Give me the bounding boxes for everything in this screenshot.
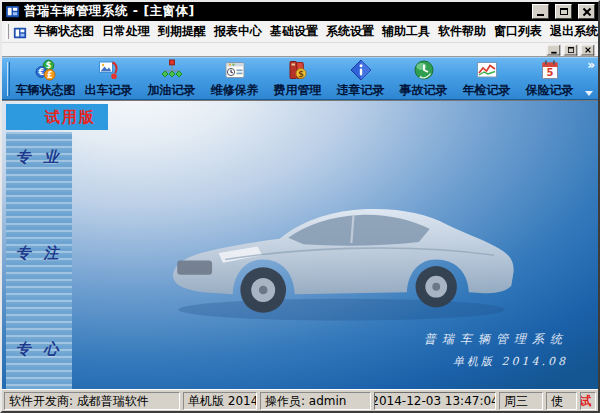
app-window: 普瑞车辆管理系统 - [主窗体] 车辆状态图 日常处理 到期提醒 报表中心 基础… xyxy=(0,0,600,413)
status-weekday: 周三 xyxy=(499,392,543,410)
tool-expense-management[interactable]: $ 费用管理 xyxy=(266,59,329,99)
status-edition: 单机版 2014.08 xyxy=(183,392,257,410)
mdi-restore-button[interactable] xyxy=(564,44,578,55)
status-bar: 软件开发商: 成都普瑞软件 单机版 2014.08 操作员: admin 201… xyxy=(2,389,598,411)
menu-software-help[interactable]: 软件帮助 xyxy=(434,21,490,42)
tool-vehicle-status[interactable]: $€£ 车辆状态图 xyxy=(14,59,77,99)
watermark-text: 普瑞车辆管理系统 单机版 2014.08 xyxy=(424,331,568,369)
tool-accident-record[interactable]: 事故记录 xyxy=(392,59,455,99)
toolbar-overflow-chevron[interactable]: » xyxy=(587,59,595,71)
menu-aux-tools[interactable]: 辅助工具 xyxy=(378,21,434,42)
status-trial: 试 xyxy=(580,392,596,410)
slogan-sidebar: 专 业 专 注 专 心 xyxy=(6,132,72,389)
slogan-focused: 专 注 xyxy=(6,244,72,263)
menu-basic-settings[interactable]: 基础设置 xyxy=(266,21,322,42)
svg-text:5: 5 xyxy=(546,66,553,77)
coins-icon: $€£ xyxy=(35,59,57,81)
menu-window-list[interactable]: 窗口列表 xyxy=(490,21,546,42)
tool-refuel-record[interactable]: 加油记录 xyxy=(140,59,203,99)
menubar-grip[interactable] xyxy=(6,24,9,39)
calendar-icon: 5 xyxy=(539,59,561,81)
mdi-minimize-icon xyxy=(551,51,556,53)
close-icon xyxy=(583,8,591,16)
car-image xyxy=(162,179,532,331)
toolbar: $€£ 车辆状态图 出车记录 加油记录 维修保养 $ 费用管理 违章记录 事故记… xyxy=(2,57,598,100)
close-button[interactable] xyxy=(578,4,595,19)
mdi-restore-icon xyxy=(568,47,574,53)
app-logo-icon xyxy=(5,4,20,19)
menu-report-center[interactable]: 报表中心 xyxy=(210,21,266,42)
tool-label: 违章记录 xyxy=(337,82,385,99)
tool-label: 费用管理 xyxy=(274,82,322,99)
tool-violation-record[interactable]: 违章记录 xyxy=(329,59,392,99)
mdi-close-button[interactable] xyxy=(581,44,595,55)
mdi-minimize-button[interactable] xyxy=(547,44,561,55)
tool-departure-record[interactable]: 出车记录 xyxy=(77,59,140,99)
svg-text:€: € xyxy=(37,67,44,76)
globe-clock-icon xyxy=(413,59,435,81)
minimize-icon xyxy=(537,14,544,16)
tool-label: 车辆状态图 xyxy=(16,82,76,99)
title-bar: 普瑞车辆管理系统 - [主窗体] xyxy=(2,2,598,21)
tool-label: 保险记录 xyxy=(526,82,574,99)
tool-label: 事故记录 xyxy=(400,82,448,99)
info-diamond-icon xyxy=(350,59,372,81)
svg-text:$: $ xyxy=(45,61,51,70)
flowchart-icon xyxy=(161,59,183,81)
status-developer: 软件开发商: 成都普瑞软件 xyxy=(4,392,180,410)
tool-maintenance[interactable]: 维修保养 xyxy=(203,59,266,99)
mdi-close-icon xyxy=(585,47,590,52)
status-operator: 操作员: admin xyxy=(260,392,371,410)
menu-system-settings[interactable]: 系统设置 xyxy=(322,21,378,42)
checklist-clock-icon xyxy=(224,59,246,81)
watermark-line2: 单机版 2014.08 xyxy=(424,354,568,369)
watermark-line1: 普瑞车辆管理系统 xyxy=(424,331,568,348)
window-title: 普瑞车辆管理系统 - [主窗体] xyxy=(24,3,526,20)
tool-label: 加油记录 xyxy=(148,82,196,99)
menu-exit-system[interactable]: 退出系统 xyxy=(546,21,600,42)
tool-inspection-record[interactable]: 年检记录 xyxy=(455,59,518,99)
menu-bar: 车辆状态图 日常处理 到期提醒 报表中心 基础设置 系统设置 辅助工具 软件帮助… xyxy=(2,21,598,43)
tool-label: 维修保养 xyxy=(211,82,259,99)
books-dollar-icon: $ xyxy=(287,59,309,81)
menu-daily-process[interactable]: 日常处理 xyxy=(98,21,154,42)
status-datetime: 2014-12-03 13:47:04 xyxy=(374,392,496,410)
menu-expiry-reminder[interactable]: 到期提醒 xyxy=(154,21,210,42)
line-chart-icon xyxy=(476,59,498,81)
main-workspace: 试用版 专 业 专 注 专 心 xyxy=(2,100,598,389)
svg-text:$: $ xyxy=(298,68,304,78)
photo-arrow-icon xyxy=(98,59,120,81)
maximize-icon xyxy=(560,8,568,15)
trial-version-badge: 试用版 xyxy=(6,104,108,130)
toolbar-grip[interactable] xyxy=(7,62,10,96)
tool-label: 出车记录 xyxy=(85,82,133,99)
tool-label: 年检记录 xyxy=(463,82,511,99)
slogan-dedicated: 专 心 xyxy=(6,340,72,359)
minimize-button[interactable] xyxy=(532,4,549,19)
slogan-professional: 专 业 xyxy=(6,148,72,167)
menu-vehicle-status[interactable]: 车辆状态图 xyxy=(30,21,98,42)
status-extra: 使 xyxy=(546,392,577,410)
menu-app-logo-icon xyxy=(13,25,27,39)
svg-text:£: £ xyxy=(46,70,52,79)
maximize-button[interactable] xyxy=(555,4,572,19)
tool-insurance-record[interactable]: 5 保险记录 xyxy=(518,59,581,99)
toolbar-dropdown-arrow-icon[interactable] xyxy=(585,91,593,96)
mdi-button-strip xyxy=(2,43,598,57)
